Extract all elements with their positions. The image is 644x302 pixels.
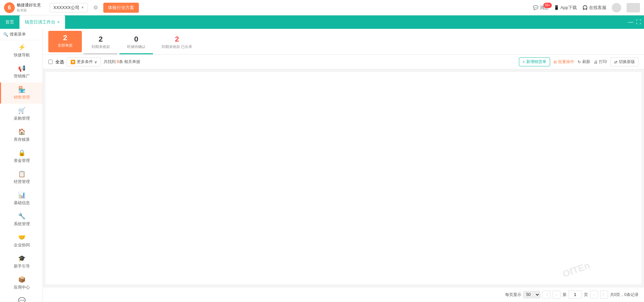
tab-close-icon[interactable]: ×: [57, 20, 60, 24]
sales-label: 销售管理: [14, 95, 30, 100]
stat-tab-pending[interactable]: 0 旺辅待确认: [119, 31, 153, 54]
marketing-label: 营销推广: [14, 73, 30, 79]
search-icon: 🔍: [3, 32, 8, 37]
batch-button[interactable]: ⊞ 批量操作: [553, 59, 574, 65]
sidebar-search-label: 搜索菜单: [10, 32, 26, 37]
toolbar: 全选 🔽 更多条件 ∨ 共找到 0条 相关单据 + 新增销货单 ⊞ 批量操作: [43, 55, 644, 69]
refresh-label: 刷新: [582, 59, 590, 65]
refresh-button[interactable]: ↻ 刷新: [578, 59, 590, 65]
user-name-btn[interactable]: [627, 3, 640, 12]
sidebar-item-basic-info[interactable]: 📊 基础信息: [0, 188, 43, 209]
print-label: 打印: [599, 59, 607, 65]
nav-tab-controls: — ⛶: [628, 19, 644, 25]
finance-label: 资金管理: [14, 158, 30, 164]
content-area: 2 全部单据 2 到期未收款 0 旺辅待确认 2 到期未收款 已出库 全选: [43, 29, 644, 302]
finance-icon: 🔒: [18, 149, 25, 157]
user-avatar[interactable]: [612, 3, 621, 12]
filter-button[interactable]: 🔽 更多条件 ∨: [67, 57, 101, 66]
sidebar-item-wechat[interactable]: 💬 企业微信: [0, 294, 43, 302]
stat-tab-shipped[interactable]: 2 到期未收款 已出库: [155, 31, 199, 54]
top-right-actions: 💬 消息 99+ 📱 App下载 🎧 在线客服: [533, 3, 640, 12]
newbie-label: 新手引导: [14, 263, 30, 269]
purchase-icon: 🛒: [18, 107, 25, 114]
per-page-select[interactable]: 50 100 200: [523, 291, 540, 298]
tab-maximize-icon[interactable]: ⛶: [636, 19, 641, 25]
company-name: XXXXXX公司: [53, 5, 79, 11]
sidebar-item-newbie[interactable]: 🎓 新手引导: [0, 251, 43, 273]
sidebar-item-enterprise[interactable]: 🤝 企业协同: [0, 230, 43, 251]
print-button[interactable]: 🖨 打印: [594, 59, 607, 65]
batch-icon: ⊞: [553, 60, 557, 64]
online-service-item[interactable]: 🎧 在线客服: [582, 5, 606, 11]
first-page-button[interactable]: 《: [542, 291, 550, 299]
nav-tabs-bar: 首页 钱货日清工作台 × — ⛶: [0, 15, 644, 29]
sales-icon: 🏪: [18, 86, 25, 93]
sidebar-item-operations[interactable]: 📋 经营管理: [0, 167, 43, 188]
print-icon: 🖨: [594, 60, 598, 64]
sidebar-item-purchase[interactable]: 🛒 采购管理: [0, 104, 43, 125]
tab-home[interactable]: 首页: [0, 15, 19, 29]
stat-pending-label: 旺辅待确认: [127, 44, 146, 49]
online-service-icon: 🎧: [582, 5, 588, 10]
message-icon: 💬: [533, 5, 538, 10]
tab-workbench-label: 钱货日清工作台: [25, 19, 55, 25]
select-all-checkbox[interactable]: [48, 60, 53, 64]
switch-version-button[interactable]: ⇄ 切换新版: [610, 57, 639, 66]
company-selector[interactable]: XXXXXX公司 ▼: [50, 3, 88, 12]
select-all-label: 全选: [55, 59, 64, 65]
toolbar-left: 全选 🔽 更多条件 ∨ 共找到 0条 相关单据: [48, 57, 516, 66]
sidebar-item-system[interactable]: 🔧 系统管理: [0, 209, 43, 230]
tab-workbench[interactable]: 钱货日清工作台 ×: [19, 15, 65, 29]
newbie-icon: 🎓: [18, 255, 25, 262]
app-download-item[interactable]: 📱 App下载: [554, 5, 577, 11]
message-item[interactable]: 💬 消息 99+: [533, 5, 548, 11]
add-sale-label: 新增销货单: [526, 59, 546, 65]
wechat-icon: 💬: [18, 297, 25, 302]
switch-icon: ⇄: [614, 60, 618, 64]
stat-overdue-label: 到期未收款: [92, 44, 110, 49]
settings-icon[interactable]: ⚙: [91, 3, 101, 13]
app-center-icon: 📦: [18, 276, 25, 283]
sidebar: 🔍 搜索菜单 ⚡ 快捷导航 📢 营销推广 🏪 销售管理 🛒 采购管理 🏠 库存核…: [0, 29, 43, 302]
prev-page-button[interactable]: ‹: [552, 291, 560, 299]
found-text: 共找到 0条 相关单据: [104, 59, 140, 65]
batch-label: 批量操作: [558, 59, 574, 65]
app-download-label: App下载: [560, 5, 577, 11]
table-area: [46, 72, 641, 284]
quick-nav-label: 快捷导航: [14, 52, 30, 58]
sidebar-item-sales[interactable]: 🏪 销售管理: [0, 82, 43, 104]
last-page-button[interactable]: 》: [600, 291, 608, 299]
filter-arrow: ∨: [94, 60, 97, 64]
app-center-label: 应用中心: [14, 285, 30, 290]
add-icon: +: [523, 60, 525, 64]
inventory-label: 库存核算: [14, 137, 30, 142]
sidebar-search[interactable]: 🔍 搜索菜单: [0, 29, 43, 40]
stat-tab-all[interactable]: 2 全部单据: [48, 31, 82, 52]
sidebar-item-inventory[interactable]: 🏠 库存核算: [0, 125, 43, 146]
add-sale-button[interactable]: + 新增销货单: [519, 57, 550, 66]
next-page-button[interactable]: ›: [590, 291, 598, 299]
page-prefix-label: 第: [562, 292, 567, 298]
stat-overdue-num: 2: [99, 35, 103, 44]
stat-all-num: 2: [63, 34, 67, 42]
trial-button[interactable]: 体验行业方案: [103, 3, 139, 13]
sidebar-item-marketing[interactable]: 📢 营销推广: [0, 61, 43, 82]
app-download-icon: 📱: [554, 5, 559, 10]
sidebar-item-quick-nav[interactable]: ⚡ 快捷导航: [0, 40, 43, 61]
tab-minimize-icon[interactable]: —: [628, 19, 633, 25]
basic-info-icon: 📊: [18, 191, 25, 199]
page-suffix-label: 页: [584, 292, 588, 298]
filter-label: 更多条件: [77, 59, 93, 65]
enterprise-label: 企业协同: [14, 242, 30, 248]
page-number-input[interactable]: [569, 291, 582, 299]
sidebar-item-app-center[interactable]: 📦 应用中心: [0, 273, 43, 294]
basic-info-label: 基础信息: [14, 200, 30, 206]
switch-label: 切换新版: [619, 59, 635, 65]
sidebar-item-finance[interactable]: 🔒 资金管理: [0, 146, 43, 167]
per-page-label: 每页显示: [505, 292, 521, 298]
online-service-label: 在线客服: [589, 5, 606, 11]
stat-tab-overdue[interactable]: 2 到期未收款: [84, 31, 117, 54]
top-bar: 6 畅捷通好生意 标准版 XXXXXX公司 ▼ ⚙ 体验行业方案 💬 消息 99…: [0, 0, 644, 15]
purchase-label: 采购管理: [14, 116, 30, 121]
message-badge: 99+: [543, 3, 552, 8]
